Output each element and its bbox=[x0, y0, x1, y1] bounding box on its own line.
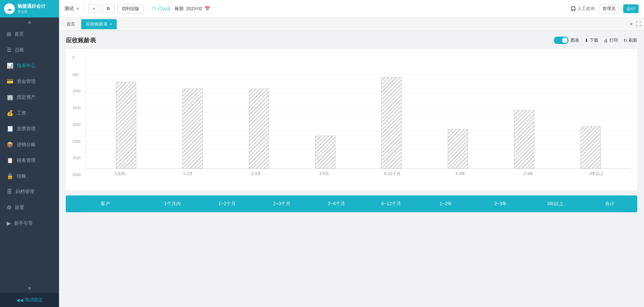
admin-btn[interactable]: 管理员 bbox=[599, 4, 619, 13]
chart-bar bbox=[581, 126, 601, 169]
sidebar-item-wages[interactable]: 💰 工资 bbox=[0, 105, 59, 121]
x-axis-label: 2-3月 bbox=[222, 171, 290, 177]
chevron-down-icon: ▼ bbox=[76, 6, 80, 11]
main-content: 测试 ▼ + ⚙ 切到旧版 🛡 已认证 账期 2023-02 📅 🎧 人工咨询 … bbox=[59, 0, 644, 307]
sidebar-item-archive[interactable]: 🗄 归档管理 bbox=[0, 184, 59, 200]
chart-bar bbox=[514, 110, 534, 169]
shield-icon: 🛡 bbox=[152, 6, 156, 11]
chart-bar bbox=[315, 136, 335, 169]
table-header-cell: 1~2年 bbox=[419, 195, 473, 212]
chart-bar bbox=[381, 77, 401, 169]
switch-old-btn[interactable]: 切到旧版 bbox=[117, 4, 144, 13]
topbar: 测试 ▼ + ⚙ 切到旧版 🛡 已认证 账期 2023-02 📅 🎧 人工咨询 … bbox=[59, 0, 644, 17]
chart-bar bbox=[116, 82, 136, 169]
divider-1 bbox=[84, 5, 84, 12]
tab-close-btn[interactable]: × bbox=[110, 22, 112, 27]
scroll-down-btn[interactable]: ▼ bbox=[0, 284, 59, 293]
company-selector[interactable]: 测试 ▼ bbox=[64, 6, 80, 12]
role-btn[interactable]: 会计 bbox=[623, 4, 639, 13]
calendar-icon[interactable]: 📅 bbox=[205, 6, 210, 11]
print-btn[interactable]: 🖨 打印 bbox=[604, 37, 618, 43]
sales-icon: 📦 bbox=[7, 141, 13, 148]
chart-area: 2500 2500 2500 2000 1500 1000 500 0 bbox=[72, 56, 631, 177]
bar-group bbox=[159, 89, 226, 169]
bar-group bbox=[93, 82, 159, 169]
x-axis: 1月内1-2月2-3月3-6月6-12个月1-2年2-3年3年以上 bbox=[86, 171, 631, 177]
table-header-cell: 1个月内 bbox=[145, 195, 200, 212]
archive-icon: 🗄 bbox=[7, 189, 12, 195]
chart-bar bbox=[249, 89, 269, 169]
sidebar-item-close[interactable]: 🔒 结账 bbox=[0, 168, 59, 184]
chart-grid bbox=[86, 56, 631, 169]
scroll-up-btn[interactable]: ▲ bbox=[0, 17, 59, 26]
x-axis-label: 6-12个月 bbox=[358, 171, 426, 177]
invoice-icon: 🧾 bbox=[7, 126, 13, 132]
service-btn[interactable]: 🎧 人工咨询 bbox=[571, 6, 595, 12]
bar-group bbox=[425, 129, 491, 169]
headset-icon: 🎧 bbox=[571, 6, 576, 11]
chart-bar bbox=[182, 89, 203, 169]
sidebar-nav: ⊞ 首页 ☰ 总账 📊 报表中心 💳 资金管理 🏢 固定资产 💰 工资 🧾 发票… bbox=[0, 26, 59, 284]
period-info: 账期 2023-02 📅 bbox=[175, 6, 210, 12]
reports-icon: 📊 bbox=[7, 62, 13, 69]
tab-aging[interactable]: 应收账龄表 × bbox=[81, 19, 117, 29]
sidebar-item-guide[interactable]: ▶ 新手引导 bbox=[0, 215, 59, 231]
sidebar-item-tax[interactable]: 📋 税务管理 bbox=[0, 152, 59, 168]
sidebar-item-assets[interactable]: 🏢 固定资产 bbox=[0, 89, 59, 105]
close-account-icon: 🔒 bbox=[7, 173, 13, 179]
logo-icon: ☁ bbox=[4, 3, 15, 14]
table-header-cell: 2~3年 bbox=[473, 195, 528, 212]
tabbar-right: × ⛶ bbox=[630, 21, 641, 27]
x-axis-label: 3-6月 bbox=[290, 171, 358, 177]
page-title: 应收账龄表 bbox=[66, 36, 96, 44]
chart-label: 图表 bbox=[571, 37, 579, 43]
cancel-fixed-btn[interactable]: ◀◀ 取消固定 bbox=[0, 293, 59, 307]
refresh-btn[interactable]: ↻ 刷新 bbox=[624, 37, 637, 43]
sidebar-item-home[interactable]: ⊞ 首页 bbox=[0, 26, 59, 42]
assets-icon: 🏢 bbox=[7, 94, 13, 100]
page-content: 应收账龄表 图表 ⬇ 下载 🖨 打印 ↻ 刷新 bbox=[59, 31, 644, 307]
bar-group bbox=[226, 89, 292, 169]
table-header-cell: 3年以上 bbox=[528, 195, 583, 212]
bar-group bbox=[359, 77, 425, 169]
company-name: 测试 bbox=[64, 6, 74, 12]
close-panel-btn[interactable]: × bbox=[630, 21, 633, 27]
table-header-cell: 3~6个月 bbox=[309, 195, 364, 212]
tab-home[interactable]: 首页 bbox=[62, 19, 80, 29]
x-axis-label: 1-2月 bbox=[154, 171, 222, 177]
chart-plot: 1月内1-2月2-3月3-6月6-12个月1-2年2-3年3年以上 bbox=[86, 56, 631, 177]
x-axis-label: 3年以上 bbox=[562, 171, 631, 177]
sidebar-item-invoice[interactable]: 🧾 发票管理 bbox=[0, 121, 59, 137]
download-btn[interactable]: ⬇ 下载 bbox=[585, 37, 598, 43]
sidebar-item-funds[interactable]: 💳 资金管理 bbox=[0, 74, 59, 89]
sidebar-item-reports[interactable]: 📊 报表中心 bbox=[0, 58, 59, 74]
chart-toggle[interactable] bbox=[554, 37, 569, 44]
logo-text: 畅捷通好会计 专业版 bbox=[17, 3, 46, 14]
fullscreen-btn[interactable]: ⛶ bbox=[636, 21, 641, 27]
sidebar-item-settings[interactable]: ⚙ 设置 bbox=[0, 200, 59, 215]
bar-group bbox=[557, 126, 624, 169]
bar-group bbox=[491, 110, 557, 169]
print-icon: 🖨 bbox=[604, 38, 608, 43]
page-actions: 图表 ⬇ 下载 🖨 打印 ↻ 刷新 bbox=[554, 37, 637, 44]
ledger-icon: ☰ bbox=[7, 47, 11, 53]
table-header-cell: 合计 bbox=[583, 195, 637, 212]
sidebar-item-ledger[interactable]: ☰ 总账 bbox=[0, 42, 59, 58]
tax-icon: 📋 bbox=[7, 157, 13, 164]
table-header-cell: 2~3个月 bbox=[255, 195, 309, 212]
divider-2 bbox=[148, 5, 148, 12]
x-axis-label: 1月内 bbox=[86, 171, 154, 177]
download-icon: ⬇ bbox=[585, 38, 588, 43]
y-axis: 2500 2500 2500 2000 1500 1000 500 0 bbox=[72, 56, 86, 177]
sidebar-item-sales[interactable]: 📦 进销台账 bbox=[0, 137, 59, 152]
table-header-cell: 1~2个月 bbox=[200, 195, 255, 212]
table-header: 客户1个月内1~2个月2~3个月3~6个月6~12个月1~2年2~3年3年以上合… bbox=[66, 195, 637, 212]
settings-icon: ⚙ bbox=[7, 204, 11, 211]
table-header-cell: 6~12个月 bbox=[364, 195, 419, 212]
certified-badge: 🛡 已认证 bbox=[152, 6, 171, 12]
add-company-btn[interactable]: + bbox=[88, 4, 100, 13]
home-icon: ⊞ bbox=[7, 31, 11, 37]
table-header-cell: 客户 bbox=[66, 195, 145, 212]
settings-btn[interactable]: ⚙ bbox=[102, 4, 115, 13]
x-axis-label: 1-2年 bbox=[426, 171, 494, 177]
